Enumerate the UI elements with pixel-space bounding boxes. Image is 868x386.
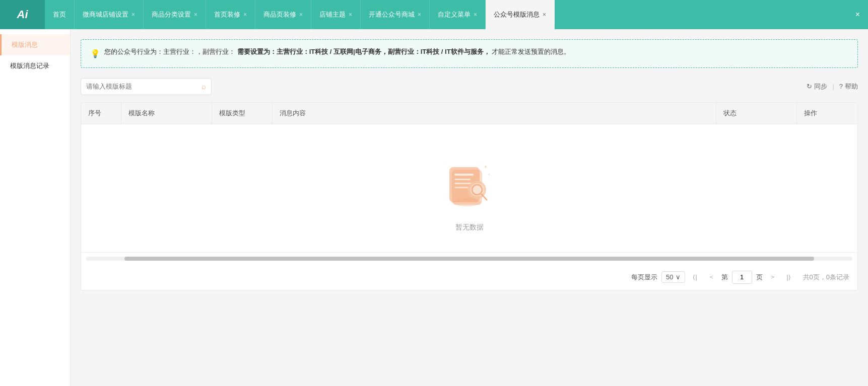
empty-state-icon: ✦ ✦ bbox=[439, 155, 500, 215]
nav-tab-0[interactable]: 首页 bbox=[45, 0, 75, 29]
sync-button[interactable]: ↻ 同步 bbox=[807, 82, 827, 91]
svg-rect-5 bbox=[454, 183, 472, 184]
empty-state: ✦ ✦ 暂无数据 bbox=[81, 124, 857, 252]
total-info: 共0页，0条记录 bbox=[803, 273, 849, 282]
nav-tab-6[interactable]: 开通公众号商城× bbox=[361, 0, 430, 29]
table-header-5: 操作 bbox=[797, 103, 857, 124]
svg-rect-6 bbox=[454, 187, 469, 188]
data-table: 序号模版名称模版类型消息内容状态操作 bbox=[81, 102, 858, 290]
notice-text-highlight: 需要设置为：主营行业：IT科技 / 互联网|电子商务，副营行业：IT科技 / I… bbox=[237, 48, 490, 55]
app-logo: Ai bbox=[0, 0, 45, 29]
close-all-button[interactable]: × bbox=[847, 0, 868, 29]
search-box[interactable]: ⌕ bbox=[81, 78, 212, 95]
content-area: 💡 您的公众号行业为：主营行业：，副营行业： 需要设置为：主营行业：IT科技 /… bbox=[71, 29, 868, 386]
horizontal-scrollbar[interactable] bbox=[81, 252, 857, 265]
tab-close-btn-5[interactable]: × bbox=[349, 11, 352, 18]
tab-close-btn-4[interactable]: × bbox=[299, 11, 303, 18]
pagination: 每页显示 50 ∨ ⟨| ＜ 第 页 ＞ |⟩ 共0页，0条记录 bbox=[81, 265, 857, 290]
notice-text: 您的公众号行业为：主营行业：，副营行业： 需要设置为：主营行业：IT科技 / 互… bbox=[104, 47, 570, 57]
tab-close-btn-3[interactable]: × bbox=[243, 11, 247, 18]
tab-close-btn-1[interactable]: × bbox=[131, 11, 135, 18]
first-page-button[interactable]: ⟨| bbox=[689, 271, 701, 283]
nav-tab-4[interactable]: 商品页装修× bbox=[255, 0, 311, 29]
page-label-prefix: 第 bbox=[721, 273, 728, 282]
next-page-button[interactable]: ＞ bbox=[767, 271, 779, 283]
help-label: 帮助 bbox=[845, 82, 858, 91]
table-header-2: 模版类型 bbox=[212, 103, 273, 124]
notice-box: 💡 您的公众号行业为：主营行业：，副营行业： 需要设置为：主营行业：IT科技 /… bbox=[81, 39, 858, 68]
nav-tab-2[interactable]: 商品分类设置× bbox=[144, 0, 206, 29]
nav-tab-8[interactable]: 公众号模版消息× bbox=[486, 0, 555, 29]
svg-text:✦: ✦ bbox=[488, 173, 491, 176]
notice-icon: 💡 bbox=[90, 47, 100, 60]
toolbar-divider: | bbox=[832, 83, 834, 90]
page-size-value: 50 bbox=[666, 273, 673, 281]
notice-text-before: 您的公众号行业为：主营行业：，副营行业： bbox=[104, 48, 235, 55]
svg-rect-3 bbox=[454, 174, 474, 176]
sidebar-item-1[interactable]: 模版消息记录 bbox=[0, 55, 70, 76]
tab-close-btn-6[interactable]: × bbox=[418, 11, 421, 18]
nav-tab-7[interactable]: 自定义菜单× bbox=[430, 0, 486, 29]
page-size-select[interactable]: 50 ∨ bbox=[661, 271, 685, 283]
last-page-button[interactable]: |⟩ bbox=[783, 271, 795, 283]
nav-tab-5[interactable]: 店铺主题× bbox=[311, 0, 361, 29]
main-layout: 模版消息模版消息记录 💡 您的公众号行业为：主营行业：，副营行业： 需要设置为：… bbox=[0, 29, 868, 386]
tab-close-btn-2[interactable]: × bbox=[194, 11, 197, 18]
table-header-4: 状态 bbox=[716, 103, 797, 124]
svg-rect-4 bbox=[454, 179, 471, 180]
toolbar: ⌕ ↻ 同步 | ? 帮助 bbox=[81, 78, 858, 95]
prev-page-button[interactable]: ＜ bbox=[705, 271, 717, 283]
toolbar-actions: ↻ 同步 | ? 帮助 bbox=[807, 82, 858, 91]
page-size-label: 每页显示 bbox=[631, 273, 657, 282]
logo-text: Ai bbox=[17, 8, 28, 21]
help-icon: ? bbox=[839, 83, 843, 90]
nav-tab-list: 首页微商城店铺设置×商品分类设置×首页装修×商品页装修×店铺主题×开通公众号商城… bbox=[45, 0, 847, 29]
sync-icon: ↻ bbox=[807, 83, 812, 90]
sidebar: 模版消息模版消息记录 bbox=[0, 29, 71, 386]
page-label-suffix: 页 bbox=[756, 273, 763, 282]
table-header-0: 序号 bbox=[81, 103, 121, 124]
dropdown-icon: ∨ bbox=[676, 273, 681, 281]
help-button[interactable]: ? 帮助 bbox=[839, 82, 858, 91]
svg-text:✦: ✦ bbox=[484, 164, 488, 170]
notice-text-after: 才能正常发送预置的消息。 bbox=[492, 48, 570, 55]
empty-state-text: 暂无数据 bbox=[455, 223, 484, 232]
table-header-3: 消息内容 bbox=[273, 103, 716, 124]
tab-close-btn-8[interactable]: × bbox=[543, 11, 546, 18]
search-icon[interactable]: ⌕ bbox=[202, 82, 206, 91]
sidebar-item-0[interactable]: 模版消息 bbox=[0, 34, 70, 55]
search-input[interactable] bbox=[86, 83, 202, 90]
nav-tab-1[interactable]: 微商城店铺设置× bbox=[75, 0, 144, 29]
top-navigation: Ai 首页微商城店铺设置×商品分类设置×首页装修×商品页装修×店铺主题×开通公众… bbox=[0, 0, 868, 29]
table-header: 序号模版名称模版类型消息内容状态操作 bbox=[81, 103, 857, 124]
sync-label: 同步 bbox=[814, 82, 827, 91]
current-page-input[interactable] bbox=[732, 271, 752, 284]
nav-tab-3[interactable]: 首页装修× bbox=[206, 0, 255, 29]
table-header-1: 模版名称 bbox=[121, 103, 212, 124]
tab-close-btn-7[interactable]: × bbox=[474, 11, 477, 18]
